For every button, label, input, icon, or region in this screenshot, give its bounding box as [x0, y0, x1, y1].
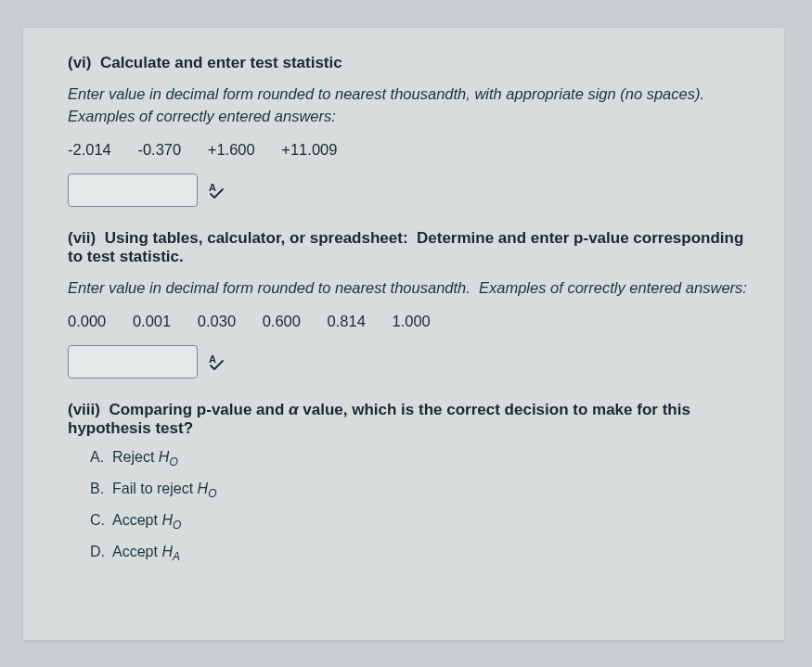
question-vi-input-row: A: [68, 173, 747, 207]
h-symbol: HO: [198, 481, 217, 496]
question-vii: (vii) Using tables, calculator, or sprea…: [68, 229, 747, 378]
example-value: 0.001: [133, 313, 171, 330]
p-value-input[interactable]: [68, 345, 198, 378]
example-value: +1.600: [208, 141, 255, 159]
example-value: 0.600: [263, 313, 301, 330]
heading-prefix: (viii) Comparing p-value and: [68, 401, 289, 418]
choice-b-text: B. Fail to reject: [90, 481, 198, 496]
question-vi-instruction: Enter value in decimal form rounded to n…: [68, 83, 747, 128]
question-vii-heading: (vii) Using tables, calculator, or sprea…: [68, 229, 747, 266]
h-symbol: HO: [159, 449, 178, 465]
question-vi: (vi) Calculate and enter test statistic …: [68, 54, 747, 207]
example-value: -2.014: [68, 141, 111, 159]
spellcheck-icon[interactable]: A: [209, 182, 226, 199]
h-symbol: HO: [161, 512, 181, 528]
question-vi-examples: -2.014 -0.370 +1.600 +11.009: [68, 141, 747, 159]
example-value: -0.370: [137, 141, 181, 159]
choice-list: A. Reject HO B. Fail to reject HO C. Acc…: [68, 449, 747, 564]
question-vii-instruction: Enter value in decimal form rounded to n…: [68, 277, 747, 300]
svg-text:A: A: [209, 353, 216, 365]
svg-text:A: A: [209, 182, 216, 193]
question-vii-input-row: A: [68, 345, 747, 378]
h-symbol: HA: [161, 544, 180, 559]
example-value: 0.000: [68, 313, 106, 330]
choice-c[interactable]: C. Accept HO: [90, 512, 747, 532]
worksheet-page: (vi) Calculate and enter test statistic …: [23, 28, 784, 640]
question-vii-examples: 0.000 0.001 0.030 0.600 0.814 1.000: [68, 313, 747, 330]
example-value: 1.000: [392, 313, 430, 330]
choice-a[interactable]: A. Reject HO: [90, 449, 747, 468]
choice-d-text: D. Accept: [90, 544, 161, 559]
question-vi-heading: (vi) Calculate and enter test statistic: [68, 54, 747, 72]
alpha-symbol: α: [289, 401, 299, 418]
choice-c-text: C. Accept: [90, 512, 161, 528]
choice-b[interactable]: B. Fail to reject HO: [90, 481, 747, 500]
choice-a-text: A. Reject: [90, 449, 159, 465]
question-viii: (viii) Comparing p-value and α value, wh…: [68, 401, 747, 564]
test-statistic-input[interactable]: [68, 173, 198, 207]
example-value: 0.030: [198, 313, 236, 330]
example-value: 0.814: [328, 313, 366, 330]
question-viii-heading: (viii) Comparing p-value and α value, wh…: [68, 401, 747, 438]
example-value: +11.009: [281, 141, 337, 159]
choice-d[interactable]: D. Accept HA: [90, 544, 747, 563]
spellcheck-icon[interactable]: A: [209, 353, 226, 370]
